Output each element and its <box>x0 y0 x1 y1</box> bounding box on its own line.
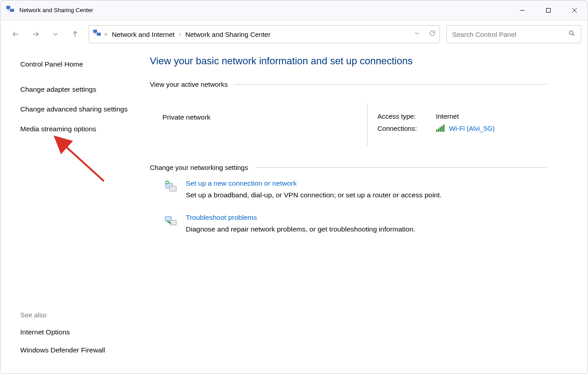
sidebar: Control Panel Home Change adapter settin… <box>0 48 140 374</box>
sidebar-link-advanced-sharing[interactable]: Change advanced sharing settings <box>20 104 131 115</box>
network-details: Access type: Internet Connections: Wi-Fi… <box>367 103 547 146</box>
address-bar[interactable]: « Network and Internet › Network and Sha… <box>89 25 440 43</box>
section-header-label: View your active networks <box>150 80 228 88</box>
access-type-label: Access type: <box>377 112 436 120</box>
window-controls <box>509 0 588 20</box>
search-box[interactable] <box>446 25 581 43</box>
breadcrumb-item[interactable]: Network and Internet <box>110 30 176 39</box>
section-rule <box>235 84 547 85</box>
content-area: Control Panel Home Change adapter settin… <box>0 48 588 374</box>
network-sharing-icon <box>6 5 15 16</box>
connection-link[interactable]: Wi-Fi (Alvi_5G) <box>449 125 495 132</box>
address-dropdown-button[interactable] <box>413 30 421 39</box>
chevron-right-icon: › <box>179 31 181 37</box>
network-type-label: Private network <box>162 103 367 146</box>
svg-rect-19 <box>170 220 176 225</box>
active-network-block: Private network Access type: Internet Co… <box>150 94 547 164</box>
minimize-button[interactable] <box>509 0 535 20</box>
section-rule <box>255 167 547 168</box>
task-description: Set up a broadband, dial-up, or VPN conn… <box>186 191 442 199</box>
task-link[interactable]: Troubleshoot problems <box>186 214 415 222</box>
breadcrumb-overflow[interactable]: « <box>104 31 108 37</box>
see-also-defender-firewall[interactable]: Windows Defender Firewall <box>20 345 131 356</box>
nav-up-button[interactable] <box>66 25 84 43</box>
main-panel: View your basic network information and … <box>140 48 588 374</box>
breadcrumb-item[interactable]: Network and Sharing Center <box>184 30 272 39</box>
task-link[interactable]: Set up a new connection or network <box>186 179 442 187</box>
svg-point-11 <box>570 31 573 35</box>
location-icon <box>93 29 102 40</box>
troubleshoot-icon <box>163 214 186 233</box>
svg-rect-0 <box>7 6 10 9</box>
nav-forward-button[interactable] <box>27 25 45 43</box>
toolbar: « Network and Internet › Network and Sha… <box>0 20 588 48</box>
window-title: Network and Sharing Center <box>19 7 93 13</box>
titlebar: Network and Sharing Center <box>0 0 588 20</box>
svg-rect-9 <box>94 30 97 33</box>
refresh-button[interactable] <box>429 30 436 39</box>
access-type-value: Internet <box>436 112 459 120</box>
sidebar-link-adapter[interactable]: Change adapter settings <box>20 84 131 95</box>
task-description: Diagnose and repair network problems, or… <box>186 225 415 233</box>
control-panel-home-link[interactable]: Control Panel Home <box>20 59 131 70</box>
nav-back-button[interactable] <box>7 25 25 43</box>
maximize-button[interactable] <box>535 0 561 20</box>
search-icon[interactable] <box>568 30 575 39</box>
svg-rect-10 <box>97 33 101 36</box>
connections-label: Connections: <box>377 125 436 132</box>
task-troubleshoot: Troubleshoot problems Diagnose and repai… <box>150 211 547 245</box>
setup-connection-icon <box>163 179 186 199</box>
wifi-signal-icon <box>436 125 444 132</box>
search-input[interactable] <box>452 31 568 38</box>
task-setup-connection: Set up a new connection or network Set u… <box>150 177 547 211</box>
see-also-internet-options[interactable]: Internet Options <box>20 327 131 338</box>
section-header-label: Change your networking settings <box>150 164 248 171</box>
svg-rect-14 <box>170 186 176 191</box>
svg-line-12 <box>573 34 575 36</box>
svg-rect-1 <box>10 9 14 12</box>
section-active-networks: View your active networks <box>150 80 547 88</box>
svg-rect-3 <box>547 8 551 12</box>
section-change-settings: Change your networking settings <box>150 164 547 171</box>
close-button[interactable] <box>561 0 588 20</box>
nav-recent-button[interactable] <box>46 25 64 43</box>
sidebar-link-media-streaming[interactable]: Media streaming options <box>20 124 131 134</box>
page-title: View your basic network information and … <box>150 55 547 67</box>
see-also-header: See also <box>20 311 131 319</box>
